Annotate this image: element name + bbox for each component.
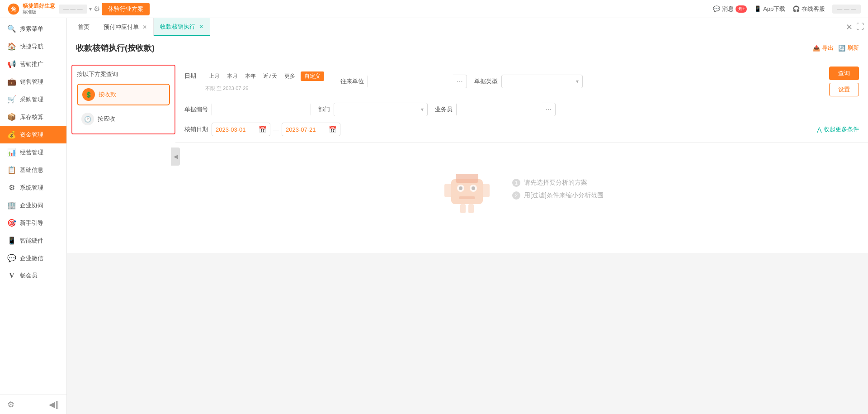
- tab-home[interactable]: 首页: [71, 18, 97, 36]
- sidebar-item-inventory[interactable]: 📦 库存核算: [0, 108, 66, 126]
- filter-rows-container: 日期 上月 本月 本年 近7天 更多 自定义: [175, 60, 868, 143]
- sidebar-item-search[interactable]: 🔍 搜索菜单: [0, 20, 66, 38]
- message-area[interactable]: 💬 消息 99+: [713, 5, 747, 13]
- purchase-icon: 🛒: [7, 95, 16, 104]
- refresh-btn[interactable]: 🔄刷新: [838, 44, 859, 52]
- sidebar-item-guide[interactable]: 🎯 新手引导: [0, 214, 66, 232]
- tab-prepay-label: 预付冲应付单: [104, 23, 139, 31]
- account-dropdown-arrow[interactable]: ▾: [89, 6, 92, 12]
- calendar-start-icon: 📅: [259, 126, 266, 133]
- sidebar-item-enterprise[interactable]: 🏢 企业协同: [0, 196, 66, 214]
- staff-input[interactable]: [457, 103, 542, 116]
- phone-icon: 📱: [754, 5, 761, 12]
- partner-input[interactable]: [368, 75, 453, 88]
- writeoff-date-end-field[interactable]: 📅: [282, 123, 340, 136]
- top-bar: 兔 畅捷通好生意 标准版 — — — ▾ ⚙ 休验行业方案 💬 消息 99+ 📱…: [0, 0, 868, 18]
- writeoff-date-start-input[interactable]: [216, 126, 257, 133]
- partner-dots-icon[interactable]: ···: [453, 77, 466, 86]
- sidebar-item-member[interactable]: V 畅会员: [0, 267, 66, 284]
- app-download-label: App下载: [763, 5, 785, 13]
- writeoff-date-start-field[interactable]: 📅: [212, 123, 270, 136]
- sidebar-item-basic-info[interactable]: 📋 基础信息: [0, 161, 66, 179]
- sidebar-collapse-icon[interactable]: ◀‖: [49, 400, 59, 409]
- dept-label: 部门: [318, 105, 330, 114]
- svg-rect-8: [459, 196, 475, 199]
- industry-btn[interactable]: 休验行业方案: [102, 3, 150, 15]
- wechat-icon: 💬: [7, 254, 16, 262]
- sidebar-label-inventory: 库存核算: [20, 113, 43, 121]
- doc-type-select[interactable]: [502, 75, 572, 88]
- sidebar-label-marketing: 营销推广: [20, 60, 43, 68]
- dept-input[interactable]: [334, 103, 417, 116]
- empty-step2-text: 用[过滤]条件来缩小分析范围: [524, 191, 604, 200]
- date-tabs: 上月 本月 本年 近7天 更多 自定义: [205, 71, 324, 81]
- filter-item-by-receivable[interactable]: 🕐 按应收: [77, 109, 170, 129]
- date-filter-label: 日期: [184, 72, 203, 80]
- sidebar-label-member: 畅会员: [20, 271, 38, 280]
- system-icon: ⚙: [7, 183, 16, 192]
- voucher-label: 单据编号: [184, 105, 208, 114]
- online-service-area[interactable]: 🎧 在线客服: [793, 5, 825, 13]
- tab-writeoff[interactable]: 收款核销执行 ✕: [154, 18, 210, 36]
- sidebar-item-finance[interactable]: 💰 资金管理: [0, 126, 66, 143]
- online-service-label: 在线客服: [802, 5, 825, 13]
- date-tab-this-month[interactable]: 本月: [223, 71, 241, 81]
- sidebar-item-hardware[interactable]: 📱 智能硬件: [0, 232, 66, 249]
- staff-wrap: ···: [456, 103, 556, 116]
- tab-home-label: 首页: [78, 23, 90, 31]
- date-range-separator: —: [273, 126, 279, 133]
- voucher-input-wrap: [212, 103, 311, 116]
- date-tab-7days[interactable]: 近7天: [259, 71, 281, 81]
- filter-item-receivable-label: 按应收: [98, 115, 115, 123]
- sidebar-item-sales[interactable]: 💼 销售管理: [0, 73, 66, 90]
- sidebar-item-wechat[interactable]: 💬 企业微信: [0, 249, 66, 267]
- partner-input-wrap: ···: [368, 75, 467, 88]
- sidebar-item-system[interactable]: ⚙ 系统管理: [0, 179, 66, 196]
- app-download-area[interactable]: 📱 App下载: [754, 5, 785, 13]
- tab-prepay-close[interactable]: ✕: [142, 24, 147, 30]
- sidebar-item-marketing[interactable]: 📢 营销推广: [0, 55, 66, 73]
- svg-point-6: [459, 186, 462, 190]
- page-content: 收款核销执行(按收款) 📤导出 🔄刷新 按以下方案查询: [67, 36, 868, 414]
- main-layout: 🔍 搜索菜单 🏠 快捷导航 📢 营销推广 💼 销售管理 🛒 采购管理 📦: [0, 18, 868, 414]
- basic-info-icon: 📋: [7, 166, 16, 174]
- writeoff-date-end-input[interactable]: [286, 126, 327, 133]
- dept-dropdown-icon: ▾: [417, 106, 427, 113]
- export-btn[interactable]: 📤导出: [813, 44, 834, 52]
- member-icon: V: [7, 271, 16, 280]
- sidebar-item-operations[interactable]: 📊 经营管理: [0, 143, 66, 161]
- sidebar-label-finance: 资金管理: [20, 131, 43, 139]
- date-tab-custom[interactable]: 自定义: [301, 71, 324, 81]
- tab-bar-close-btn[interactable]: ✕: [846, 22, 853, 32]
- inventory-icon: 📦: [7, 113, 16, 121]
- staff-dots-icon[interactable]: ···: [542, 105, 555, 114]
- sidebar-label-enterprise: 企业协同: [20, 201, 43, 209]
- date-tab-last-month[interactable]: 上月: [205, 71, 223, 81]
- sidebar-label-sales: 销售管理: [20, 78, 43, 86]
- sidebar-settings-icon[interactable]: ⚙: [7, 400, 14, 409]
- left-filter-panel: 按以下方案查询 💲 按收款 🕐 按应收: [71, 65, 175, 134]
- date-tab-this-year[interactable]: 本年: [241, 71, 259, 81]
- filter-item-by-receipt[interactable]: 💲 按收款: [77, 84, 170, 105]
- collapse-more-btn[interactable]: ⋀ 收起更多条件: [817, 125, 859, 133]
- tab-writeoff-close[interactable]: ✕: [199, 24, 203, 30]
- receipt-icon: 💲: [82, 88, 95, 101]
- filter-layout: 按以下方案查询 💲 按收款 🕐 按应收: [67, 60, 868, 253]
- doc-type-label: 单据类型: [474, 77, 498, 86]
- sidebar-item-purchase[interactable]: 🛒 采购管理: [0, 90, 66, 108]
- tab-prepay[interactable]: 预付冲应付单 ✕: [97, 18, 154, 36]
- message-icon: 💬: [713, 5, 720, 12]
- date-tab-more[interactable]: 更多: [281, 71, 299, 81]
- sidebar-label-search: 搜索菜单: [20, 25, 43, 33]
- gear-icon[interactable]: ⚙: [94, 5, 100, 13]
- query-btn[interactable]: 查询: [829, 67, 859, 80]
- doc-type-dropdown-icon: ▾: [572, 78, 582, 85]
- sidebar-item-nav[interactable]: 🏠 快捷导航: [0, 38, 66, 55]
- finance-icon: 💰: [7, 130, 16, 139]
- setting-btn[interactable]: 设置: [829, 83, 859, 96]
- sidebar-label-wechat: 企业微信: [20, 254, 43, 262]
- tab-bar-expand-btn[interactable]: ⛶: [856, 22, 864, 32]
- voucher-input[interactable]: [212, 103, 311, 116]
- left-filter-title: 按以下方案查询: [77, 70, 170, 78]
- panel-collapse-btn[interactable]: ◀: [171, 148, 180, 166]
